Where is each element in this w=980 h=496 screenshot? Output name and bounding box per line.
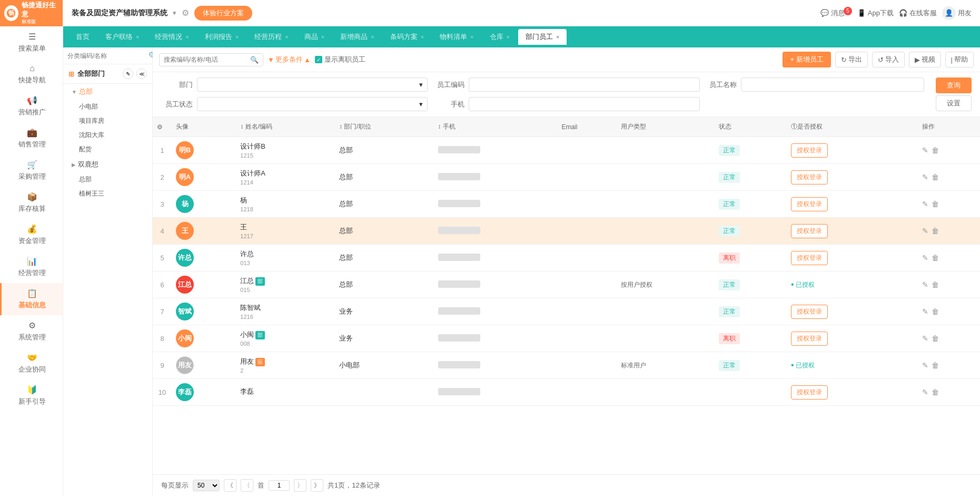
gear-icon[interactable]: ⚙ [182,8,189,18]
tree-child-xiaodianbu[interactable]: 小电部 [63,100,152,114]
col-name[interactable]: ↕ 姓名/编码 [236,117,335,137]
tab-material[interactable]: 物料清单 × [432,29,481,45]
tab-close-customer[interactable]: × [136,34,139,40]
auth-btn[interactable]: 授权登录 [791,197,828,211]
delete-btn[interactable]: 🗑 [932,254,939,262]
online-service-btn[interactable]: 🎧 在线客服 [899,8,937,18]
sidebar-item-stock[interactable]: 📦 库存核算 [0,187,63,219]
tree-child-zongbu[interactable]: 总部 [63,172,152,187]
delete-btn[interactable]: 🗑 [932,361,939,369]
tab-employees[interactable]: 部门员工 × [518,29,567,45]
delete-btn[interactable]: 🗑 [932,307,939,316]
tree-node-zongbu[interactable]: ▼ 总部 [63,84,152,100]
tab-barcode[interactable]: 条码方案 × [383,29,431,45]
tab-close-material[interactable]: × [470,34,473,40]
delete-btn[interactable]: 🗑 [932,334,939,343]
prev-page-btn[interactable]: 〈 [241,479,253,492]
delete-btn[interactable]: 🗑 [932,146,939,154]
tab-close-profit[interactable]: × [235,34,239,40]
tree-child-zhishu[interactable]: 植树王三 [63,187,152,201]
sidebar-item-guide[interactable]: 🔰 新手引导 [0,380,63,412]
tab-profit[interactable]: 利润报告 × [197,29,246,45]
tab-customer[interactable]: 客户联络 × [98,29,146,45]
auth-btn[interactable]: 授权登录 [791,251,828,265]
page-input[interactable] [269,480,290,491]
delete-btn[interactable]: 🗑 [932,200,939,208]
dropdown-icon[interactable]: ▾ [173,9,176,17]
sidebar-item-operation[interactable]: 📊 经营管理 [0,251,63,283]
last-page-btn[interactable]: 》 [311,479,323,492]
next-page-btn[interactable]: 〉 [294,479,306,492]
edit-btn[interactable]: ✎ [922,334,928,343]
edit-btn[interactable]: ✎ [922,173,928,181]
tab-newgoods[interactable]: 新增商品 × [333,29,381,45]
sidebar-item-sales[interactable]: 💼 销售管理 [0,122,63,154]
experience-btn[interactable]: 体验行业方案 [194,6,252,21]
tab-close-barcode[interactable]: × [421,34,424,40]
code-input[interactable] [469,77,699,92]
sidebar-item-quicknav[interactable]: ⌂ 快捷导航 [0,59,63,90]
col-phone[interactable]: ↕ 手机 [434,117,558,137]
message-btn[interactable]: 💬 消息 5 [820,8,852,18]
edit-btn[interactable]: ✎ [922,280,928,289]
per-page-select[interactable]: 50 20 100 [193,480,220,491]
search-icon[interactable]: 🔍 [250,56,259,64]
status-select[interactable]: ▾ [197,97,428,111]
delete-btn[interactable]: 🗑 [932,173,939,181]
edit-btn[interactable]: ✎ [922,361,928,369]
first-page-btn[interactable]: 《 [224,479,236,492]
auth-btn[interactable]: 授权登录 [791,305,828,319]
tab-close-process[interactable]: × [285,34,288,40]
tree-node-shuanglu[interactable]: ▶ 双鹿想 [63,157,152,172]
sidebar-item-system[interactable]: ⚙ 系统管理 [0,315,63,347]
tree-child-xiangmu[interactable]: 项目库房 [63,114,152,128]
set-btn[interactable]: 设置 [936,95,972,111]
tree-child-peihuo[interactable]: 配货 [63,142,152,157]
tree-search-input[interactable] [67,52,146,60]
phone-input[interactable] [469,97,699,111]
edit-btn[interactable]: ✎ [922,146,928,154]
query-btn[interactable]: 查询 [936,77,972,93]
col-settings[interactable]: ⚙ [153,117,172,137]
delete-btn[interactable]: 🗑 [932,388,939,396]
tab-goods[interactable]: 商品 × [297,29,332,45]
tree-child-shenyang[interactable]: 沈阳大库 [63,128,152,142]
show-resigned-checkbox[interactable]: ✓ [315,56,322,63]
delete-btn[interactable]: 🗑 [932,227,939,235]
auth-btn[interactable]: 授权登录 [791,224,828,238]
search-input[interactable] [164,56,248,63]
edit-btn[interactable]: ✎ [922,307,928,316]
col-dept[interactable]: ↕ 部门/职位 [335,117,434,137]
edit-btn[interactable]: ✎ [922,254,928,262]
filter-more-btn[interactable]: ▼ 更多条件 ▲ [268,55,311,64]
tab-close-newgoods[interactable]: × [371,34,374,40]
help-btn[interactable]: | 帮助 [945,52,974,67]
tab-close-employees[interactable]: × [556,34,559,40]
export-btn[interactable]: ↻ 导出 [835,52,868,67]
tab-close-warehouse[interactable]: × [507,34,510,40]
tab-close-operation[interactable]: × [185,34,189,40]
tree-edit-btn[interactable]: ✎ [123,69,133,79]
import-btn[interactable]: ↺ 导入 [872,52,905,67]
auth-btn[interactable]: 授权登录 [791,170,828,184]
edit-btn[interactable]: ✎ [922,200,928,208]
add-employee-btn[interactable]: + 新增员工 [783,52,830,67]
auth-btn[interactable]: 授权登录 [791,143,828,158]
tab-close-goods[interactable]: × [321,34,324,40]
tree-collapse-btn[interactable]: ≪ [136,69,147,79]
tab-home[interactable]: 首页 [68,29,97,45]
auth-btn[interactable]: 授权登录 [791,332,828,346]
user-avatar-btn[interactable]: 👤 用友 [942,6,972,20]
auth-btn[interactable]: 授权登录 [791,385,828,400]
sidebar-item-basic[interactable]: 📋 基础信息 [0,283,63,315]
edit-btn[interactable]: ✎ [922,227,928,235]
app-download-btn[interactable]: 📱 App下载 [857,8,894,18]
delete-btn[interactable]: 🗑 [932,280,939,289]
sidebar-item-collab[interactable]: 🤝 企业协同 [0,347,63,380]
tab-process[interactable]: 经营历程 × [247,29,295,45]
sidebar-item-finance[interactable]: 💰 资金管理 [0,219,63,251]
dept-select[interactable]: ▾ [197,77,428,92]
edit-btn[interactable]: ✎ [922,388,928,396]
view-btn[interactable]: ▶ 视频 [909,52,941,67]
sidebar-item-search[interactable]: ☰ 搜索菜单 [0,26,63,59]
